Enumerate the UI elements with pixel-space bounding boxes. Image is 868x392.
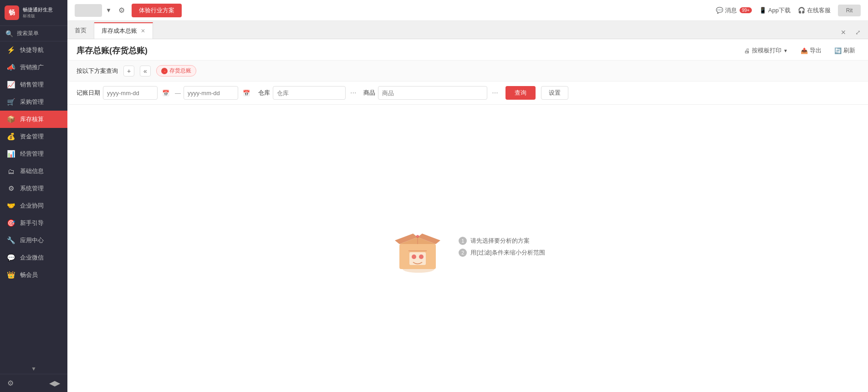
membership-label: 畅会员	[20, 271, 38, 279]
sidebar-item-quick-nav[interactable]: ⚡ 快捷导航	[0, 41, 67, 59]
date-from-input[interactable]	[103, 86, 158, 100]
purchase-icon: 🛒	[6, 98, 15, 106]
filter-add-button[interactable]: +	[123, 66, 134, 76]
sidebar-item-system[interactable]: ⚙ 系统管理	[0, 180, 67, 197]
empty-inner: 1 请先选择要分析的方案 2 用[过滤]条件来缩小分析范围	[390, 221, 545, 276]
trial-button[interactable]: 体验行业方案	[132, 4, 182, 17]
date-field-group: 记账日期 📅 — 📅	[77, 86, 253, 100]
online-support-label: 在线客服	[807, 6, 831, 15]
scheme-tag-icon: 🔖	[161, 68, 168, 74]
date-to-input[interactable]	[184, 86, 238, 100]
finance-icon: 💰	[6, 132, 15, 141]
newbie-label: 新手引导	[20, 219, 44, 227]
tab-inventory-cost[interactable]: 库存成本总账 ✕	[94, 22, 153, 39]
enterprise-label: 企业协同	[20, 202, 44, 210]
svg-point-5	[419, 255, 424, 259]
enterprise-wechat-label: 企业微信	[20, 254, 44, 262]
sidebar-item-sales[interactable]: 📈 销售管理	[0, 76, 67, 93]
svg-point-4	[412, 255, 416, 259]
refresh-label: 刷新	[843, 46, 855, 55]
settings-bottom-icon[interactable]: ⚙	[7, 379, 14, 387]
page-title: 库存总账(存货总账)	[77, 45, 148, 56]
tip-text-1: 请先选择要分析的方案	[470, 237, 530, 245]
scheme-tag[interactable]: 🔖 存货总账	[156, 65, 196, 76]
sidebar-item-enterprise[interactable]: 🤝 企业协同	[0, 197, 67, 214]
messages-icon: 💬	[716, 7, 723, 14]
online-support-action[interactable]: 🎧 在线客服	[798, 6, 831, 15]
app-logo: 畅 畅捷通好生意 标准版	[0, 0, 67, 26]
operations-label: 经营管理	[20, 150, 44, 158]
search-icon: 🔍	[5, 30, 13, 37]
refresh-button[interactable]: 🔄 刷新	[831, 45, 859, 56]
settings-button[interactable]: 设置	[541, 86, 568, 100]
tab-close-icon[interactable]: ✕	[141, 28, 145, 34]
template-print-dropdown-icon: ▼	[783, 48, 788, 53]
user-avatar-left	[75, 4, 102, 17]
sidebar-item-membership[interactable]: 👑 畅会员	[0, 266, 67, 284]
sidebar-item-inventory[interactable]: 📦 库存核算	[0, 111, 67, 128]
page-content: 库存总账(存货总账) 🖨 按模板打印 ▼ 📤 导出 🔄 刷新	[67, 39, 868, 392]
goods-more-button[interactable]: ···	[490, 89, 500, 97]
inventory-label: 库存核算	[20, 115, 44, 123]
sidebar-item-basic-info[interactable]: 🗂 基础信息	[0, 163, 67, 180]
app-edition: 标准版	[23, 13, 53, 19]
sidebar-item-marketing[interactable]: 📣 营销推广	[0, 59, 67, 76]
empty-tip-1: 1 请先选择要分析的方案	[459, 237, 545, 245]
header-dropdown[interactable]: ▼	[106, 7, 112, 14]
filter-area: 按以下方案查询 + « 🔖 存货总账	[67, 61, 868, 81]
finance-label: 资金管理	[20, 132, 44, 141]
tab-inventory-cost-label: 库存成本总账	[102, 27, 137, 35]
export-button[interactable]: 📤 导出	[797, 45, 825, 56]
basic-info-icon: 🗂	[6, 168, 15, 175]
header-left: ▼ ⚙ 体验行业方案	[75, 4, 182, 17]
dropdown-arrow-icon: ▼	[106, 7, 112, 14]
export-label: 导出	[810, 46, 822, 55]
date-from-calendar-icon[interactable]: 📅	[159, 87, 172, 99]
filter-collapse-button[interactable]: «	[140, 66, 151, 76]
scheme-tag-label: 存货总账	[169, 67, 191, 75]
warehouse-input[interactable]	[273, 86, 346, 100]
date-separator: —	[175, 90, 181, 97]
system-label: 系统管理	[20, 184, 44, 193]
export-icon: 📤	[801, 47, 808, 54]
newbie-icon: 🎯	[6, 219, 15, 227]
sidebar-scroll-down[interactable]: ▼	[0, 364, 67, 374]
tip-number-2: 2	[459, 249, 467, 257]
sidebar-nav: ⚡ 快捷导航 📣 营销推广 📈 销售管理 🛒 采购管理 📦 库存核算 💰 资金管…	[0, 41, 67, 364]
search-menu-label: 搜索菜单	[17, 30, 39, 37]
tab-home[interactable]: 首页	[67, 22, 94, 39]
sidebar-item-app-center[interactable]: 🔧 应用中心	[0, 232, 67, 249]
sidebar-item-finance[interactable]: 💰 资金管理	[0, 128, 67, 145]
messages-action[interactable]: 💬 消息 99+	[716, 6, 752, 15]
date-to-calendar-icon[interactable]: 📅	[240, 87, 253, 99]
page-header: 库存总账(存货总账) 🖨 按模板打印 ▼ 📤 导出 🔄 刷新	[67, 39, 868, 61]
sidebar-item-enterprise-wechat[interactable]: 💬 企业微信	[0, 249, 67, 266]
sidebar-bottom: ⚙ ◀▶	[0, 374, 67, 392]
tab-close-button[interactable]: ✕	[837, 26, 850, 39]
purchase-label: 采购管理	[20, 98, 44, 106]
search-menu-item[interactable]: 🔍 搜索菜单	[0, 26, 67, 41]
template-print-button[interactable]: 🖨 按模板打印 ▼	[740, 45, 791, 56]
system-icon: ⚙	[6, 184, 15, 193]
sales-icon: 📈	[6, 81, 15, 89]
warehouse-more-button[interactable]: ···	[348, 89, 358, 97]
app-download-action[interactable]: 📱 App下载	[759, 6, 791, 15]
sidebar-item-newbie[interactable]: 🎯 新手引导	[0, 214, 67, 232]
refresh-icon: 🔄	[834, 47, 842, 54]
tab-expand-button[interactable]: ⤢	[852, 26, 864, 39]
sidebar-item-purchase[interactable]: 🛒 采购管理	[0, 93, 67, 111]
empty-box-svg	[390, 221, 445, 276]
membership-icon: 👑	[6, 271, 15, 279]
template-print-label: 按模板打印	[752, 46, 781, 55]
user-avatar-right[interactable]: Rit	[838, 5, 861, 16]
search-button[interactable]: 查询	[505, 86, 536, 100]
sidebar-item-operations[interactable]: 📊 经营管理	[0, 145, 67, 163]
main-area: ▼ ⚙ 体验行业方案 💬 消息 99+ 📱 App下载 🎧 在线客服 Rit	[67, 0, 868, 392]
header-settings-button[interactable]: ⚙	[115, 4, 128, 17]
warehouse-field-group: 仓库 ···	[258, 86, 358, 100]
header-right: 💬 消息 99+ 📱 App下载 🎧 在线客服 Rit	[716, 5, 861, 16]
goods-input[interactable]	[378, 86, 487, 100]
page-header-actions: 🖨 按模板打印 ▼ 📤 导出 🔄 刷新	[740, 45, 859, 56]
filter-scheme-label: 按以下方案查询	[77, 67, 118, 75]
collapse-sidebar-icon[interactable]: ◀▶	[49, 379, 60, 387]
